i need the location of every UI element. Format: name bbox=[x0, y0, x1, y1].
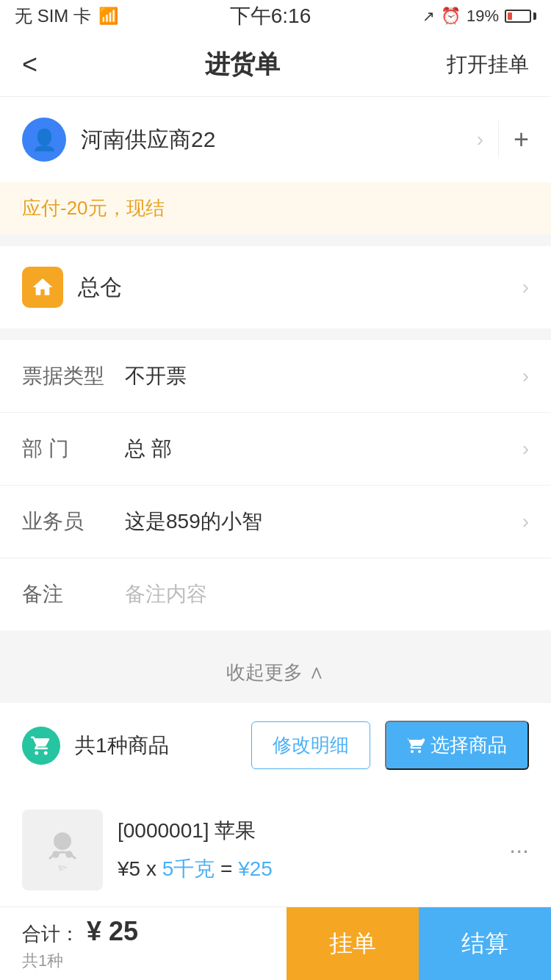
status-left: 无 SIM 卡 📶 bbox=[15, 4, 118, 28]
open-pending-button[interactable]: 打开挂单 bbox=[447, 51, 529, 79]
warehouse-row[interactable]: 总仓 › bbox=[0, 246, 551, 328]
avatar-icon: 👤 bbox=[32, 128, 57, 152]
select-product-button[interactable]: 选择商品 bbox=[385, 721, 529, 770]
svg-point-1 bbox=[52, 851, 60, 858]
chevron-right-icon: › bbox=[522, 275, 529, 299]
total-line: 合计： ¥ 25 bbox=[22, 916, 264, 947]
no-sim-label: 无 SIM 卡 bbox=[15, 4, 91, 28]
price-unit: ¥5 x bbox=[118, 857, 162, 880]
supplier-row[interactable]: 👤 河南供应商22 › + bbox=[0, 97, 551, 182]
product-more-button[interactable]: ··· bbox=[509, 837, 529, 864]
form-section: 票据类型 不开票 › 部 门 总 部 › 业务员 这是859的小智 › 备注 备… bbox=[0, 340, 551, 630]
location-icon: ↗ bbox=[422, 7, 435, 25]
ticket-label: 票据类型 bbox=[22, 362, 125, 390]
select-product-label: 选择商品 bbox=[431, 732, 507, 758]
checkout-button[interactable]: 结算 bbox=[419, 907, 551, 980]
total-label: 合计： bbox=[22, 921, 79, 947]
product-price: ¥5 x 5千克 = ¥25 bbox=[118, 855, 494, 883]
product-name: [0000001] 苹果 bbox=[118, 817, 494, 845]
warehouse-name: 总仓 bbox=[78, 273, 522, 303]
ticket-value: 不开票 bbox=[125, 362, 522, 390]
notes-value: 备注内容 bbox=[125, 580, 529, 608]
chevron-right-icon: › bbox=[477, 128, 483, 151]
dept-label: 部 门 bbox=[22, 435, 125, 463]
alert-banner: 应付-20元，现结 bbox=[0, 182, 551, 234]
product-info: [0000001] 苹果 ¥5 x 5千克 = ¥25 bbox=[118, 817, 494, 883]
divider bbox=[498, 121, 499, 158]
form-row-notes[interactable]: 备注 备注内容 bbox=[0, 558, 551, 630]
bottom-bar: 合计： ¥ 25 共1种 挂单 结算 bbox=[0, 907, 551, 980]
warehouse-icon bbox=[22, 267, 63, 308]
total-sub: 共1种 bbox=[22, 950, 264, 972]
status-bar: 无 SIM 卡 📶 下午6:16 ↗ ⏰ 19% bbox=[0, 0, 551, 32]
form-row-ticket[interactable]: 票据类型 不开票 › bbox=[0, 340, 551, 412]
supplier-avatar: 👤 bbox=[22, 118, 66, 162]
price-qty: 5千克 bbox=[162, 857, 215, 880]
products-section: 共1种商品 修改明细 选择商品 智+ [0000001] 苹果 ¥5 x bbox=[0, 703, 551, 911]
product-thumbnail: 智+ bbox=[22, 810, 103, 890]
warehouse-section: 总仓 › bbox=[0, 246, 551, 328]
supplier-section: 👤 河南供应商22 › + 应付-20元，现结 bbox=[0, 97, 551, 234]
nav-bar: < 进货单 打开挂单 bbox=[0, 32, 551, 97]
price-eq: = bbox=[220, 857, 238, 880]
product-code: [0000001] 苹果 bbox=[118, 819, 256, 842]
add-button[interactable]: + bbox=[514, 124, 529, 155]
svg-point-2 bbox=[65, 851, 73, 858]
svg-text:智+: 智+ bbox=[58, 864, 68, 871]
status-time: 下午6:16 bbox=[230, 2, 311, 30]
edit-details-button[interactable]: 修改明细 bbox=[251, 721, 370, 769]
chevron-right-icon: › bbox=[522, 510, 529, 533]
price-total: ¥25 bbox=[238, 857, 273, 880]
sales-label: 业务员 bbox=[22, 508, 125, 536]
notes-label: 备注 bbox=[22, 580, 125, 608]
form-row-salesperson[interactable]: 业务员 这是859的小智 › bbox=[0, 485, 551, 558]
sales-value: 这是859的小智 bbox=[125, 508, 522, 536]
total-amount: ¥ 25 bbox=[87, 916, 138, 947]
products-icon bbox=[22, 727, 60, 765]
product-item: 智+ [0000001] 苹果 ¥5 x 5千克 = ¥25 ··· bbox=[0, 789, 551, 911]
collapse-button[interactable]: 收起更多 ∧ bbox=[0, 642, 551, 703]
back-button[interactable]: < bbox=[22, 49, 37, 80]
form-row-department[interactable]: 部 门 总 部 › bbox=[0, 412, 551, 485]
dept-value: 总 部 bbox=[125, 435, 522, 463]
status-right: ↗ ⏰ 19% bbox=[422, 7, 536, 26]
products-count: 共1种商品 bbox=[75, 732, 237, 760]
alarm-icon: ⏰ bbox=[441, 7, 461, 26]
wifi-icon: 📶 bbox=[98, 7, 118, 26]
hang-button[interactable]: 挂单 bbox=[287, 907, 419, 980]
svg-point-0 bbox=[54, 832, 71, 850]
supplier-name: 河南供应商22 bbox=[81, 125, 477, 155]
page-title: 进货单 bbox=[205, 48, 280, 82]
products-header: 共1种商品 修改明细 选择商品 bbox=[0, 703, 551, 788]
battery-icon bbox=[505, 10, 536, 23]
battery-pct: 19% bbox=[467, 7, 499, 26]
total-section: 合计： ¥ 25 共1种 bbox=[0, 907, 287, 980]
chevron-right-icon: › bbox=[522, 364, 529, 388]
chevron-right-icon: › bbox=[522, 437, 529, 461]
